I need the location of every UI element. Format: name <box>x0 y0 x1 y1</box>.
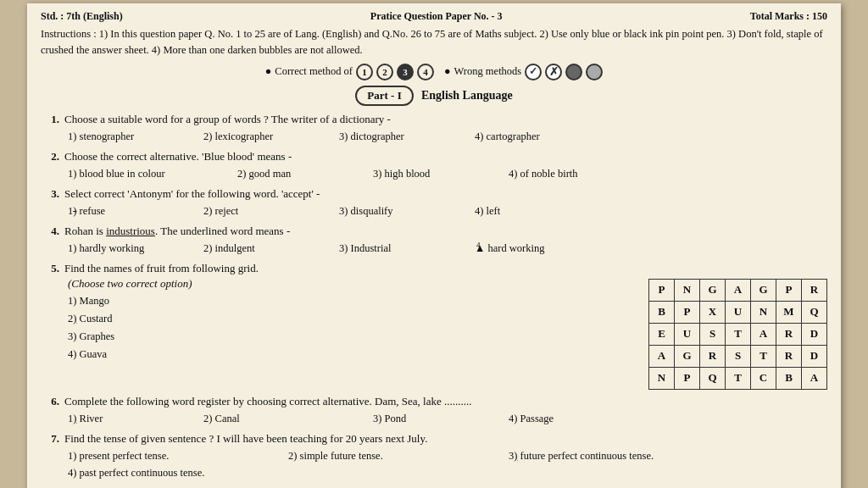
q5-list-opt2: 2) Custard <box>68 310 640 328</box>
grid-cell: R <box>776 345 802 367</box>
grid-cell: B <box>649 301 675 323</box>
instructions: Instructions : 1) In this question paper… <box>41 26 827 58</box>
grid-cell: M <box>776 301 802 323</box>
wrong-bubble-check: ✓ <box>525 64 542 80</box>
header-right: Total Marks : 150 <box>750 10 827 23</box>
q4-opt4: ▲4 hard working <box>475 240 610 257</box>
part-header: Part - I English Language <box>41 86 827 106</box>
q7-line: 7. Find the tense of given sentence ? I … <box>44 432 827 446</box>
q6-opt3: 3) Pond <box>373 410 509 427</box>
q7-options: 1) present perfect tense. 2) simple futu… <box>68 447 827 481</box>
q6-options: 1) River 2) Canal 3) Pond 4) Passage <box>68 410 827 427</box>
q3-options: 1) refuse 2) reject 3) disqualify 4) lef… <box>68 202 827 219</box>
grid-row-1: P N G A G P R <box>649 279 827 301</box>
grid-cell: G <box>675 345 700 367</box>
q5-sub: (Choose two correct option) <box>68 277 640 291</box>
grid-cell: E <box>649 323 675 345</box>
grid-cell: C <box>751 367 776 389</box>
question-4: 4. Rohan is industrious. The underlined … <box>44 225 827 257</box>
q3-num: 3. <box>44 187 59 201</box>
q3-opt2: 2) reject <box>203 202 339 219</box>
grid-cell: R <box>802 279 827 301</box>
grid-cell: S <box>700 323 726 345</box>
grid-cell: T <box>726 367 751 389</box>
header-center: Pratice Question Paper No. - 3 <box>370 10 503 23</box>
q2-opt2: 2) good man <box>237 165 373 182</box>
q6-opt2: 2) Canal <box>203 410 373 427</box>
grid-cell: P <box>776 279 802 301</box>
q7-num: 7. <box>44 432 59 446</box>
q5-left: (Choose two correct option) 1) Mango 2) … <box>68 277 640 390</box>
grid-cell: A <box>802 367 827 389</box>
q2-line: 2. Choose the correct alternative. 'Blue… <box>44 150 827 164</box>
bubble-4: 4 <box>417 64 434 80</box>
question-2: 2. Choose the correct alternative. 'Blue… <box>44 150 827 182</box>
method-row: ● Correct method of 1 2 3 4 ● Wrong meth… <box>41 64 827 80</box>
q1-opt4: 4) cartographer <box>475 128 610 145</box>
q3-opt1: 1) refuse <box>68 202 203 219</box>
grid-cell: P <box>649 279 675 301</box>
grid-cell: U <box>726 301 751 323</box>
q1-opt1: 1) stenographer <box>68 128 203 145</box>
exam-page: Std. : 7th (English) Pratice Question Pa… <box>27 3 841 488</box>
q3-text: Select correct 'Antonym' for the followi… <box>64 187 827 201</box>
q7-opt4: 4) past perfect continuous tense. <box>68 464 288 481</box>
q2-opt1: 1) blood blue in colour <box>68 165 237 182</box>
q1-num: 1. <box>44 113 59 126</box>
q5-list-opt1: 1) Mango <box>68 292 640 310</box>
grid-cell: Q <box>802 301 827 323</box>
grid-cell: N <box>751 301 776 323</box>
part-title: English Language <box>421 89 513 102</box>
q3-opt3: 3) disqualify <box>339 202 475 219</box>
q7-text: Find the tense of given sentence ? I wil… <box>64 432 827 446</box>
wrong-bubble-cross: ✗ <box>545 64 562 80</box>
grid-row-5: N P Q T C B A <box>649 367 827 389</box>
question-3: 3. Select correct 'Antonym' for the foll… <box>44 187 827 219</box>
q3-opt4: 4) left <box>475 202 610 219</box>
q1-line: 1. Choose a suitable word for a group of… <box>44 113 827 126</box>
q6-opt4: 4) Passage <box>509 410 644 427</box>
grid-row-4: A G R S T R D <box>649 345 827 367</box>
grid-cell: T <box>726 323 751 345</box>
part-badge: Part - I <box>355 86 413 106</box>
q1-opt3: 3) dictographer <box>339 128 475 145</box>
q6-opt1: 1) River <box>68 410 203 427</box>
q2-text: Choose the correct alternative. 'Blue bl… <box>64 150 827 164</box>
q5-num: 5. <box>44 262 59 275</box>
q4-text: Rohan is industrious. The underlined wor… <box>64 225 827 238</box>
grid-cell: A <box>751 323 776 345</box>
q4-opt3: 3) Industrial <box>339 240 475 257</box>
wrong-bubble-dot <box>565 64 582 80</box>
header: Std. : 7th (English) Pratice Question Pa… <box>41 10 827 23</box>
grid-row-3: E U S T A R D <box>649 323 827 345</box>
q2-opt4: 4) of noble birth <box>509 165 644 182</box>
q4-line: 4. Rohan is industrious. The underlined … <box>44 225 827 238</box>
grid-cell: B <box>776 367 802 389</box>
bubble-1: 1 <box>356 64 373 80</box>
grid-cell: P <box>675 367 700 389</box>
q7-opt3: 3) future perfect continuous tense. <box>509 447 729 464</box>
q2-opt3: 3) high blood <box>373 165 509 182</box>
grid-cell: N <box>675 279 700 301</box>
q5-container: (Choose two correct option) 1) Mango 2) … <box>68 277 827 390</box>
q4-options: 1) hardly working 2) indulgent 3) Indust… <box>68 240 827 257</box>
q4-opt2: 2) indulgent <box>203 240 339 257</box>
q5-grid: P N G A G P R B P X U <box>648 279 827 390</box>
q5-list-options: 1) Mango 2) Custard 3) Graphes 4) Guava <box>68 292 640 364</box>
bullet-dot2: ● <box>444 65 451 78</box>
question-6: 6. Complete the following word register … <box>44 395 827 427</box>
q7-opt2: 2) simple future tense. <box>288 447 509 464</box>
grid-cell: U <box>675 323 700 345</box>
q5-list-opt3: 3) Graphes <box>68 328 640 346</box>
header-left: Std. : 7th (English) <box>41 10 123 23</box>
grid-cell: T <box>751 345 776 367</box>
q4-opt1: 1) hardly working <box>68 240 203 257</box>
bubble-3-filled: 3 <box>397 64 414 80</box>
q2-options: 1) blood blue in colour 2) good man 3) h… <box>68 165 827 182</box>
grid-cell: R <box>700 345 726 367</box>
grid-row-2: B P X U N M Q <box>649 301 827 323</box>
grid-cell: P <box>675 301 700 323</box>
grid-cell: G <box>751 279 776 301</box>
wrong-bubble-empty <box>586 64 603 80</box>
wrong-methods-label: Wrong methods <box>454 65 522 78</box>
